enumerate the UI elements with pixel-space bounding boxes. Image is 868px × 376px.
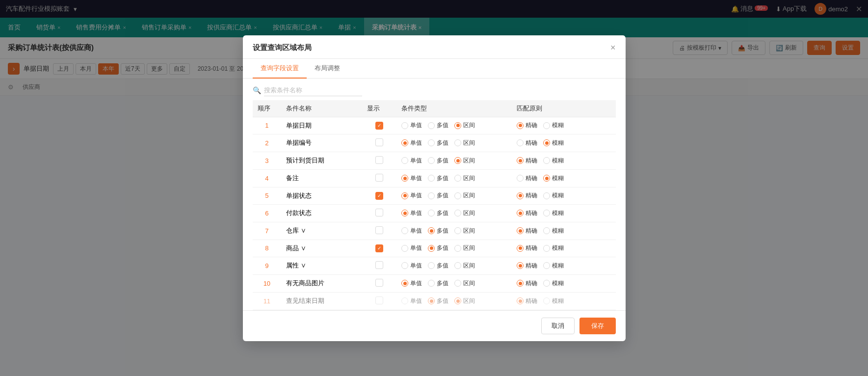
modal-title: 设置查询区域布局 bbox=[253, 43, 312, 53]
search-input[interactable] bbox=[264, 84, 362, 96]
search-icon: 🔍 bbox=[253, 86, 261, 94]
modal-header: 设置查询区域布局 × bbox=[243, 35, 626, 59]
modal-dialog: 设置查询区域布局 × 查询字段设置 布局调整 🔍 顺序 条件名称 bbox=[243, 35, 626, 96]
tab-layout-adjust[interactable]: 布局调整 bbox=[307, 59, 348, 79]
tab-query-fields[interactable]: 查询字段设置 bbox=[253, 59, 307, 79]
modal-overlay: 设置查询区域布局 × 查询字段设置 布局调整 🔍 顺序 条件名称 bbox=[0, 0, 868, 96]
modal-close-button[interactable]: × bbox=[610, 43, 616, 52]
modal-tabs: 查询字段设置 布局调整 bbox=[243, 59, 626, 79]
modal-search: 🔍 bbox=[243, 79, 626, 96]
